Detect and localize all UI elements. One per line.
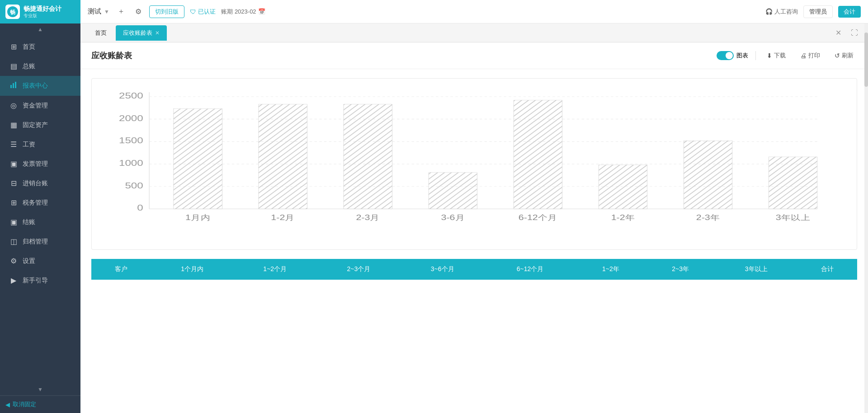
guide-icon: ▶: [9, 276, 18, 285]
print-icon: 🖨: [800, 52, 807, 59]
sidebar-item-reports-label: 报表中心: [23, 82, 48, 90]
tab-close-icon[interactable]: ✕: [155, 30, 160, 36]
workspace-chevron-icon: ▼: [104, 9, 109, 15]
expand-panel-button[interactable]: ⛶: [848, 27, 861, 39]
download-button[interactable]: ⬇ 下载: [763, 50, 789, 61]
chart-toggle[interactable]: 图表: [717, 51, 748, 60]
download-label: 下载: [774, 52, 786, 60]
sidebar-item-invoice-label: 发票管理: [23, 160, 48, 168]
app-logo-icon: 畅: [5, 5, 20, 19]
switch-version-button[interactable]: 切到旧版: [149, 5, 184, 18]
reports-icon: [9, 81, 18, 90]
scroll-down-area: ▼: [0, 384, 80, 395]
accountant-button[interactable]: 会计: [838, 6, 861, 18]
bar-1-2-month: [259, 104, 307, 209]
sidebar-item-settings[interactable]: ⚙ 设置: [0, 251, 80, 271]
refresh-button[interactable]: ↺ 刷新: [831, 50, 857, 61]
manager-button[interactable]: 管理员: [803, 5, 833, 18]
sidebar-item-reports[interactable]: 报表中心: [0, 76, 80, 96]
bar-chart: 0 500 1000 1500 2000 2500: [119, 88, 848, 231]
col-customer: 客户: [91, 259, 151, 280]
workspace-name: 测试: [88, 7, 101, 16]
invoice-icon: ▣: [9, 160, 18, 168]
svg-text:1-2年: 1-2年: [611, 214, 635, 222]
tab-home[interactable]: 首页: [88, 25, 114, 41]
cancel-pin-button[interactable]: ◀ 取消固定: [0, 395, 80, 413]
close-panel-button[interactable]: ✕: [832, 27, 844, 39]
tab-ar-aging[interactable]: 应收账龄表 ✕: [116, 25, 167, 41]
toggle-thumb: [726, 52, 733, 59]
bar-2-3-month: [344, 104, 392, 209]
header-right: 🎧 人工咨询 管理员 会计: [765, 5, 861, 18]
archive-icon: ◫: [9, 237, 18, 246]
certified-badge: 🛡 已认证: [190, 8, 216, 16]
sidebar-item-close[interactable]: ▣ 结账: [0, 212, 80, 232]
col-total: 合计: [797, 259, 857, 280]
col-1-2year: 1~2年: [576, 259, 646, 280]
payroll-icon: ☰: [9, 140, 18, 149]
certified-label: 已认证: [198, 8, 216, 16]
sidebar-item-ledger-label: 总账: [23, 62, 35, 70]
account-period: 账期 2023-02 📅: [221, 8, 265, 16]
scroll-down-icon[interactable]: ▼: [38, 385, 43, 394]
scrollbar-thumb[interactable]: [864, 33, 868, 87]
sidebar-item-archive[interactable]: ◫ 归档管理: [0, 232, 80, 251]
tab-ar-aging-label: 应收账龄表: [123, 29, 152, 37]
sidebar-item-guide[interactable]: ▶ 新手引导: [0, 271, 80, 290]
sidebar-item-ledger[interactable]: ▤ 总账: [0, 56, 80, 76]
page-container: 应收账龄表 图表 ⬇ 下载 🖨 打印: [80, 42, 868, 413]
svg-text:1000: 1000: [119, 159, 143, 168]
support-button[interactable]: 🎧 人工咨询: [765, 8, 798, 16]
sidebar-nav: ⊞ 首页 ▤ 总账 报表中心 ◎ 资金管理 ▦ 固定资产 ☰: [0, 35, 80, 384]
chart-container: 0 500 1000 1500 2000 2500: [91, 78, 857, 250]
page-title: 应收账龄表: [91, 50, 132, 61]
svg-text:1月内: 1月内: [185, 214, 210, 222]
toggle-track[interactable]: [717, 51, 734, 60]
sidebar-item-assets[interactable]: ▦ 固定资产: [0, 115, 80, 135]
bar-1-month: [174, 109, 222, 209]
cancel-pin-label: 取消固定: [13, 400, 36, 408]
page-header: 应收账龄表 图表 ⬇ 下载 🖨 打印: [80, 42, 868, 69]
sidebar-item-payroll[interactable]: ☰ 工资: [0, 135, 80, 154]
sidebar-item-close-label: 结账: [23, 218, 35, 226]
print-button[interactable]: 🖨 打印: [797, 50, 824, 61]
sidebar-item-guide-label: 新手引导: [23, 277, 48, 285]
table-header: 客户 1个月内 1~2个月 2~3个月 3~6个月 6~12个月 1~2年 2~…: [91, 259, 857, 280]
sidebar-item-sales-label: 进销台账: [23, 179, 48, 188]
add-button[interactable]: ＋: [115, 5, 127, 18]
sidebar-item-funds[interactable]: ◎ 资金管理: [0, 96, 80, 115]
print-label: 打印: [808, 52, 820, 60]
table-section: 客户 1个月内 1~2个月 2~3个月 3~6个月 6~12个月 1~2年 2~…: [91, 259, 857, 280]
col-1month: 1个月内: [151, 259, 233, 280]
sidebar-item-archive-label: 归档管理: [23, 238, 48, 246]
home-icon: ⊞: [9, 42, 18, 51]
header-actions: ＋ ⚙ 切到旧版: [115, 5, 184, 18]
svg-text:2500: 2500: [119, 91, 143, 100]
svg-text:2000: 2000: [119, 114, 143, 123]
sidebar-item-home-label: 首页: [23, 43, 35, 51]
col-2-3month: 2~3个月: [317, 259, 401, 280]
period-value: 2023-02: [235, 8, 256, 15]
pin-icon: ◀: [5, 401, 10, 408]
sidebar-item-sales[interactable]: ⊟ 进销台账: [0, 174, 80, 193]
tab-home-label: 首页: [95, 29, 107, 37]
sidebar-item-tax[interactable]: ⊞ 税务管理: [0, 193, 80, 212]
scroll-up-icon[interactable]: ▲: [38, 25, 43, 33]
top-header: 测试 ▼ ＋ ⚙ 切到旧版 🛡 已认证 账期 2023-02 📅 🎧 人工咨询 …: [80, 0, 868, 23]
sidebar-item-invoice[interactable]: ▣ 发票管理: [0, 154, 80, 174]
bar-3-6-month: [429, 173, 477, 209]
assets-icon: ▦: [9, 121, 18, 129]
sidebar-item-home[interactable]: ⊞ 首页: [0, 37, 80, 56]
tab-bar: 首页 应收账龄表 ✕ ✕ ⛶: [80, 23, 868, 42]
header-row: 客户 1个月内 1~2个月 2~3个月 3~6个月 6~12个月 1~2年 2~…: [91, 259, 857, 280]
svg-text:畅: 畅: [10, 9, 15, 15]
workspace-selector[interactable]: 测试 ▼: [88, 7, 109, 16]
svg-text:2-3年: 2-3年: [696, 214, 720, 222]
col-6-12month: 6~12个月: [484, 259, 576, 280]
vertical-scrollbar[interactable]: [864, 23, 868, 413]
calendar-icon: 📅: [258, 8, 265, 15]
col-1-2month: 1~2个月: [233, 259, 317, 280]
ledger-icon: ▤: [9, 62, 18, 70]
svg-text:500: 500: [125, 181, 143, 190]
settings-button[interactable]: ⚙: [132, 5, 145, 18]
